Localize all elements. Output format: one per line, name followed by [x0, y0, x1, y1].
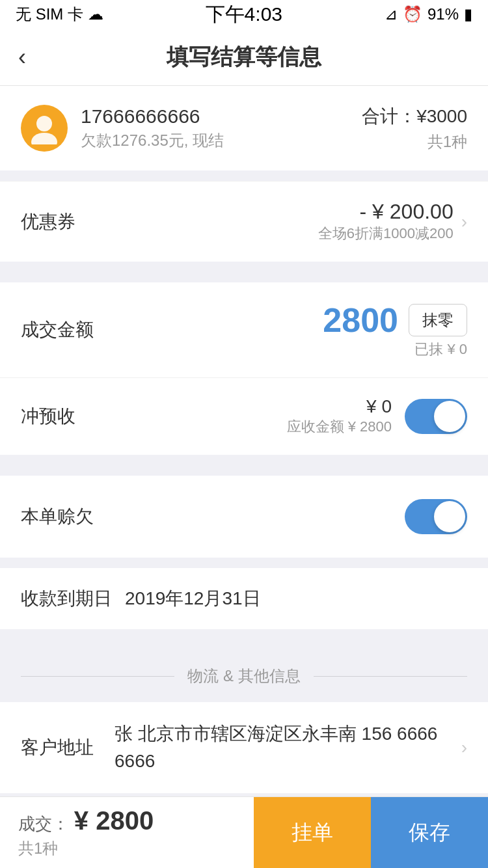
- coupon-desc: 全场6折满1000减200: [318, 224, 454, 243]
- precharge-toggle[interactable]: [405, 399, 467, 434]
- coupon-amount: - ¥ 200.00: [318, 200, 454, 224]
- address-row[interactable]: 客户地址 张 北京市市辖区海淀区永丰南 156 6666 6666 ›: [0, 702, 488, 793]
- svg-point-1: [31, 133, 57, 144]
- content-area: 17666666666 欠款1276.35元, 现结 合计：¥3000 共1种 …: [0, 86, 488, 868]
- logistics-divider-text: 物流 & 其他信息: [174, 666, 313, 686]
- coupon-row[interactable]: 优惠券 - ¥ 200.00 全场6折满1000减200 ›: [0, 181, 488, 262]
- divider-line-right: [314, 676, 467, 677]
- precharge-label: 冲预收: [21, 404, 75, 429]
- alarm-icon: ⏰: [403, 5, 422, 23]
- battery-label: 91%: [427, 5, 459, 23]
- deal-amount-sub: 已抹 ¥ 0: [414, 340, 467, 359]
- precharge-sub: 应收金额 ¥ 2800: [287, 417, 392, 437]
- location-icon: ⊿: [385, 5, 398, 23]
- svg-point-0: [36, 116, 52, 131]
- bottom-amount: ¥ 2800: [74, 806, 154, 835]
- section-divider-2: [0, 465, 488, 476]
- round-zero-button[interactable]: 抹零: [409, 304, 467, 336]
- no-sim-label: 无 SIM 卡 ☁: [16, 4, 103, 25]
- precharge-amount-area: ¥ 0 应收金额 ¥ 2800: [287, 396, 392, 437]
- status-right: ⊿ ⏰ 91% ▮: [385, 5, 472, 23]
- back-button[interactable]: ‹: [18, 44, 26, 71]
- address-label: 客户地址: [21, 735, 94, 760]
- precharge-amount: ¥ 0: [287, 396, 392, 417]
- total-count: 共1种: [362, 131, 467, 152]
- logistics-divider-section: 物流 & 其他信息: [0, 650, 488, 702]
- user-info-row: 17666666666 欠款1276.35元, 现结 合计：¥3000 共1种: [0, 86, 488, 170]
- section-divider-3: [0, 640, 488, 650]
- user-left: 17666666666 欠款1276.35元, 现结: [21, 105, 224, 152]
- nav-bar: ‹ 填写结算等信息: [0, 29, 488, 86]
- status-left: 无 SIM 卡 ☁: [16, 4, 103, 25]
- bottom-deal-label: 成交：: [18, 814, 69, 834]
- toggle-knob: [434, 401, 465, 432]
- coupon-right: - ¥ 200.00 全场6折满1000减200 ›: [318, 200, 467, 243]
- address-value: 张 北京市市辖区海淀区永丰南 156 6666 6666: [115, 720, 461, 775]
- status-bar: 无 SIM 卡 ☁ 下午4:03 ⊿ ⏰ 91% ▮: [0, 0, 488, 29]
- deal-amount-value: 2800: [323, 301, 398, 340]
- user-debt: 欠款1276.35元, 现结: [81, 130, 224, 151]
- address-chevron-icon: ›: [461, 737, 467, 758]
- total-amount: 合计：¥3000: [362, 104, 467, 129]
- section-divider-1: [0, 272, 488, 282]
- debt-row: 本单赊欠: [0, 476, 488, 558]
- chevron-right-icon: ›: [461, 211, 467, 232]
- deal-amount-label: 成交金额: [21, 318, 94, 342]
- bottom-bar: 成交： ¥ 2800 共1种 挂单 保存: [0, 796, 488, 868]
- deal-amount-row: 成交金额 2800 抹零 已抹 ¥ 0: [0, 282, 488, 378]
- user-details: 17666666666 欠款1276.35元, 现结: [81, 105, 224, 151]
- debt-toggle[interactable]: [405, 499, 467, 534]
- page-title: 填写结算等信息: [167, 42, 321, 72]
- deal-amount-value-area: 2800 抹零: [323, 301, 467, 340]
- status-time: 下午4:03: [206, 1, 282, 28]
- debt-toggle-knob: [434, 501, 465, 532]
- hang-order-button[interactable]: 挂单: [254, 797, 371, 868]
- bottom-info: 成交： ¥ 2800 共1种: [0, 797, 254, 868]
- avatar: [21, 105, 68, 152]
- user-phone: 17666666666: [81, 105, 224, 128]
- precharge-row: 冲预收 ¥ 0 应收金额 ¥ 2800: [0, 378, 488, 455]
- deal-amount-section: 成交金额 2800 抹零 已抹 ¥ 0 冲预收 ¥ 0 应收金额 ¥ 2800: [0, 282, 488, 455]
- duedate-value: 2019年12月31日: [125, 586, 261, 611]
- duedate-label: 收款到期日: [21, 586, 112, 611]
- coupon-label: 优惠券: [21, 210, 75, 234]
- user-total: 合计：¥3000 共1种: [362, 104, 467, 152]
- divider-line-left: [21, 676, 174, 677]
- battery-icon: ▮: [464, 5, 472, 23]
- precharge-right: ¥ 0 应收金额 ¥ 2800: [287, 396, 467, 437]
- debt-label: 本单赊欠: [21, 504, 94, 529]
- duedate-row: 收款到期日 2019年12月31日: [0, 568, 488, 629]
- bottom-deal-row: 成交： ¥ 2800: [18, 806, 236, 835]
- save-button[interactable]: 保存: [371, 797, 488, 868]
- bottom-count: 共1种: [18, 838, 236, 859]
